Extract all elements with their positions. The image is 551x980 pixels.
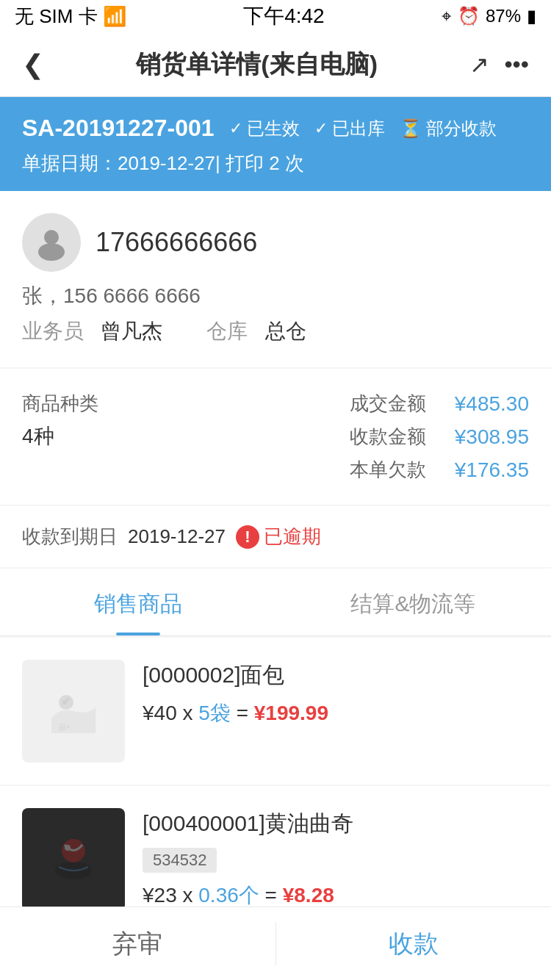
- list-item: 品+ [0000002]面包 ¥40 x 5袋 = ¥199.99: [0, 638, 551, 785]
- amount-row: 成交金额 ¥485.30: [350, 391, 529, 417]
- amount-value: ¥485.30: [441, 392, 529, 416]
- customer-section: 17666666666 张，156 6666 6666 业务员 曾凡杰 仓库 总…: [0, 191, 551, 367]
- battery-icon: ▮: [527, 6, 536, 26]
- product-info-2: [000400001]黄油曲奇 534532 ¥23 x 0.36个 = ¥8.…: [143, 808, 529, 909]
- back-button[interactable]: ❮: [22, 49, 44, 80]
- order-header: SA-20191227-001 ✓ 已生效 ✓ 已出库 ⏳ 部分收款 单据日期：…: [0, 97, 551, 191]
- status-bar: 无 SIM 卡 📶 下午4:42 ⌖ ⏰ 87% ▮: [0, 0, 551, 32]
- product-name-1: [0000002]面包: [143, 660, 529, 691]
- product-total-1: ¥199.99: [254, 702, 328, 724]
- order-id: SA-20191227-001: [22, 115, 215, 142]
- product-tag-2: 534532: [143, 848, 217, 873]
- warehouse-value: 总仓: [265, 320, 306, 342]
- overdue-badge: ! 已逾期: [236, 524, 321, 550]
- cancel-button[interactable]: 弃审: [0, 907, 276, 980]
- svg-point-1: [38, 243, 65, 261]
- summary-left: 商品种类 4种: [22, 391, 98, 483]
- svg-point-9: [65, 845, 71, 851]
- summary-section: 商品种类 4种 成交金额 ¥485.30 收款金额 ¥308.95 本单欠款 ¥…: [0, 369, 551, 505]
- product-name-2: [000400001]黄油曲奇: [143, 808, 529, 839]
- bottom-bar: 弃审 收款: [0, 907, 551, 980]
- amount-label: 成交金额: [350, 391, 426, 417]
- sales-label: 业务员 曾凡杰: [22, 317, 162, 345]
- overdue-text: 已逾期: [264, 524, 321, 550]
- received-label: 收款金额: [350, 424, 426, 450]
- confirm-button[interactable]: 收款: [276, 907, 552, 980]
- customer-id: 17666666666: [96, 227, 257, 258]
- due-date: 2019-12-27: [128, 525, 226, 548]
- product-qty-2: 0.36个: [198, 884, 259, 907]
- overdue-icon: !: [236, 525, 259, 549]
- status-left: 无 SIM 卡 📶: [15, 4, 126, 29]
- svg-point-0: [44, 230, 59, 245]
- summary-right: 成交金额 ¥485.30 收款金额 ¥308.95 本单欠款 ¥176.35: [350, 391, 529, 483]
- product-image-1: 品+: [22, 660, 125, 763]
- received-value: ¥308.95: [441, 425, 529, 449]
- warehouse-label: 仓库 总仓: [206, 317, 306, 345]
- status-time: 下午4:42: [243, 2, 325, 30]
- due-label: 收款到期日: [22, 524, 118, 550]
- check-icon-1: ✓: [229, 119, 242, 138]
- product-total-2: ¥8.28: [283, 884, 334, 907]
- product-info-1: [0000002]面包 ¥40 x 5袋 = ¥199.99: [143, 660, 529, 727]
- owed-value: ¥176.35: [441, 458, 529, 482]
- svg-point-4: [66, 698, 69, 701]
- owed-row: 本单欠款 ¥176.35: [350, 457, 529, 483]
- sales-value: 曾凡杰: [101, 320, 162, 342]
- badge-partial-payment: ⏳ 部分收款: [400, 117, 497, 140]
- received-row: 收款金额 ¥308.95: [350, 424, 529, 450]
- type-label: 商品种类: [22, 391, 98, 417]
- order-date: 单据日期：2019-12-27| 打印 2 次: [22, 151, 529, 176]
- avatar: [22, 213, 81, 272]
- badge-shipped: ✓ 已出库: [314, 117, 385, 140]
- share-icon[interactable]: ↗︎: [469, 51, 489, 79]
- nav-bar: ❮ 销货单详情(来自电脑) ↗︎ •••: [0, 32, 551, 97]
- status-right: ⌖ ⏰ 87% ▮: [442, 6, 536, 26]
- more-icon[interactable]: •••: [504, 51, 529, 78]
- svg-point-3: [62, 700, 67, 705]
- owed-label: 本单欠款: [350, 457, 426, 483]
- type-count: 4种: [22, 422, 98, 450]
- customer-name-phone: 张，156 6666 6666: [22, 282, 529, 310]
- page-title: 销货单详情(来自电脑): [136, 48, 378, 82]
- badge-effective: ✓ 已生效: [229, 117, 300, 140]
- product-price-1: ¥40 x 5袋 = ¥199.99: [143, 699, 529, 727]
- product-image-2: [22, 808, 125, 911]
- location-icon: ⌖: [442, 6, 452, 26]
- battery-level: 87%: [486, 6, 521, 26]
- svg-text:品+: 品+: [59, 723, 71, 731]
- tabs: 销售商品 结算&物流等: [0, 569, 551, 636]
- product-price-2: ¥23 x 0.36个 = ¥8.28: [143, 882, 529, 909]
- tab-settlement[interactable]: 结算&物流等: [276, 569, 551, 635]
- clock-icon: ⏳: [400, 118, 422, 139]
- alarm-icon: ⏰: [458, 6, 480, 26]
- customer-meta: 业务员 曾凡杰 仓库 总仓: [22, 317, 529, 345]
- check-icon-2: ✓: [314, 119, 328, 138]
- product-qty-1: 5袋: [198, 702, 231, 724]
- tab-products[interactable]: 销售商品: [0, 569, 276, 635]
- due-section: 收款到期日 2019-12-27 ! 已逾期: [0, 506, 551, 567]
- nav-actions: ↗︎ •••: [469, 51, 529, 79]
- product-list: 品+ [0000002]面包 ¥40 x 5袋 = ¥199.99: [0, 638, 551, 933]
